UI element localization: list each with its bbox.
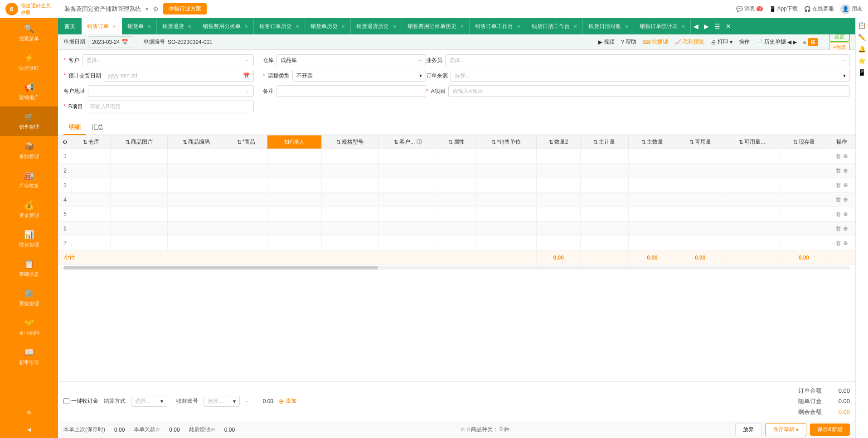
- cell-product-1[interactable]: [225, 149, 267, 164]
- tab-close-cashflow-workbench[interactable]: ✕: [573, 24, 577, 29]
- sidebar-item-ops[interactable]: 📊 经营管理: [0, 224, 58, 254]
- save-draft-dropdown-icon[interactable]: ▾: [796, 427, 799, 433]
- tab-expense-history[interactable]: 销售费用分摊单历史 ✕: [402, 18, 470, 34]
- cell-spec-2[interactable]: [321, 164, 379, 178]
- tab-detail[interactable]: 明细: [63, 120, 86, 135]
- cell-available2-5[interactable]: [724, 207, 780, 221]
- cell-stock-5[interactable]: [780, 207, 828, 221]
- delivery-date-input[interactable]: yyyy-mm-dd 📅: [104, 70, 254, 82]
- th-scan[interactable]: 扫码录入: [267, 135, 321, 149]
- sidebar-item-inventory[interactable]: 🏭 库存核算: [0, 165, 58, 195]
- copy-row-2-icon[interactable]: ⊕: [843, 167, 848, 174]
- cell-available-4[interactable]: [676, 193, 724, 207]
- warehouse-input[interactable]: 成品库 ···: [276, 54, 426, 66]
- cell-attr-6[interactable]: [437, 221, 475, 236]
- sidebar-item-search[interactable]: 🔍 搜索菜单: [0, 18, 58, 48]
- cell-qty2-6[interactable]: [537, 221, 581, 236]
- settings-btn[interactable]: 设置: [829, 34, 850, 42]
- cell-customer-code-7[interactable]: [379, 236, 437, 250]
- order-source-select[interactable]: 选择... ▾: [451, 70, 850, 82]
- tab-sales-return[interactable]: 销货退货 ✕: [157, 18, 197, 34]
- tab-close-sales-return[interactable]: ✕: [188, 24, 191, 29]
- cell-available2-1[interactable]: [724, 149, 780, 164]
- cell-product-4[interactable]: [225, 193, 267, 207]
- copy-row-7-icon[interactable]: ⊕: [843, 240, 848, 246]
- sidebar-item-quick-nav[interactable]: ⚡ 快捷导航: [0, 48, 58, 77]
- delete-row-1-icon[interactable]: 🗑: [835, 153, 841, 159]
- cell-attr-4[interactable]: [437, 193, 475, 207]
- cell-available-3[interactable]: [676, 178, 724, 193]
- cell-warehouse-4[interactable]: [72, 193, 111, 207]
- cell-main-unit-1[interactable]: [580, 149, 628, 164]
- cell-main-unit-2[interactable]: [580, 164, 628, 178]
- profit-btn[interactable]: 📈 毛利预览: [674, 38, 704, 46]
- tab-invoice-history[interactable]: 销货单历史 ✕: [305, 18, 351, 34]
- online-service-btn[interactable]: 🎧 在线客服: [804, 5, 834, 13]
- tab-close-order-stats[interactable]: ✕: [681, 24, 685, 29]
- trial-btn[interactable]: 体验行业方案: [163, 3, 207, 14]
- cell-spec-5[interactable]: [321, 207, 379, 221]
- cell-code-4[interactable]: [168, 193, 225, 207]
- delete-row-5-icon[interactable]: 🗑: [835, 211, 841, 217]
- cell-image-2[interactable]: [110, 164, 168, 178]
- cell-code-6[interactable]: [168, 221, 225, 236]
- cell-warehouse-1[interactable]: [72, 149, 111, 164]
- cell-main-qty-7[interactable]: [628, 236, 676, 250]
- b-project-input[interactable]: 请输入B项目: [86, 101, 254, 112]
- cell-code-1[interactable]: [168, 149, 225, 164]
- right-panel-icon-4[interactable]: ⭐: [857, 55, 868, 66]
- copy-row-5-icon[interactable]: ⊕: [843, 211, 848, 217]
- discard-btn[interactable]: 放弃: [735, 423, 761, 436]
- cell-main-qty-3[interactable]: [628, 178, 676, 193]
- tab-next-btn[interactable]: ▶: [701, 23, 712, 30]
- cell-main-unit-6[interactable]: [580, 221, 628, 236]
- cell-unit-4[interactable]: [475, 193, 537, 207]
- sidebar-collapse-btn[interactable]: ◀: [0, 421, 58, 438]
- tab-close-order-workbench[interactable]: ✕: [517, 24, 520, 29]
- cell-unit-1[interactable]: [475, 149, 537, 164]
- tab-close-cashflow-reconcile[interactable]: ✕: [625, 24, 628, 29]
- cell-stock-4[interactable]: [780, 193, 828, 207]
- cell-customer-code-1[interactable]: [379, 149, 437, 164]
- cell-attr-7[interactable]: [437, 236, 475, 250]
- cell-main-qty-1[interactable]: [628, 149, 676, 164]
- cell-customer-code-5[interactable]: [379, 207, 437, 221]
- cell-main-unit-5[interactable]: [580, 207, 628, 221]
- cell-main-qty-6[interactable]: [628, 221, 676, 236]
- cell-code-2[interactable]: [168, 164, 225, 178]
- form-view-btn[interactable]: ⊞: [808, 38, 818, 46]
- cell-code-3[interactable]: [168, 178, 225, 193]
- cell-unit-6[interactable]: [475, 221, 537, 236]
- sidebar-item-marketing[interactable]: 📢 营销推广: [0, 77, 58, 106]
- cell-available2-7[interactable]: [724, 236, 780, 250]
- view-btn[interactable]: ▶ 视频: [598, 38, 615, 46]
- cell-attr-1[interactable]: [437, 149, 475, 164]
- tab-expense-split[interactable]: 销售费用分摊单 ✕: [197, 18, 254, 34]
- cell-spec-7[interactable]: [321, 236, 379, 250]
- cell-scan-6[interactable]: [267, 221, 321, 236]
- cell-main-qty-2[interactable]: [628, 164, 676, 178]
- a-project-input[interactable]: 请输入A项目: [448, 85, 850, 97]
- cell-available-2[interactable]: [676, 164, 724, 178]
- delete-row-3-icon[interactable]: 🗑: [835, 182, 841, 188]
- invoice-type-select[interactable]: 不开票 ▾: [292, 70, 426, 82]
- tab-close-invoice-history[interactable]: ✕: [341, 24, 345, 29]
- cell-customer-code-6[interactable]: [379, 221, 437, 236]
- delete-row-2-icon[interactable]: 🗑: [835, 167, 841, 174]
- cell-customer-code-3[interactable]: [379, 178, 437, 193]
- cell-scan-2[interactable]: [267, 164, 321, 178]
- cell-unit-7[interactable]: [475, 236, 537, 250]
- cell-code-5[interactable]: [168, 207, 225, 221]
- cell-product-5[interactable]: [225, 207, 267, 221]
- right-panel-icon-3[interactable]: 🔔: [857, 43, 868, 54]
- sidebar-item-sales[interactable]: 🛒 销售管理: [0, 106, 58, 136]
- copy-row-6-icon[interactable]: ⊕: [843, 225, 848, 232]
- cell-product-6[interactable]: [225, 221, 267, 236]
- tab-close-sales-invoice[interactable]: ✕: [147, 24, 151, 29]
- save-draft-btn[interactable]: 保存草稿 ▾: [765, 423, 806, 436]
- copy-row-4-icon[interactable]: ⊕: [843, 196, 848, 203]
- customer-input[interactable]: 选择... ···: [82, 54, 254, 66]
- tab-close-sales-order[interactable]: ✕: [112, 24, 116, 29]
- cell-available2-3[interactable]: [724, 178, 780, 193]
- cell-warehouse-3[interactable]: [72, 178, 111, 193]
